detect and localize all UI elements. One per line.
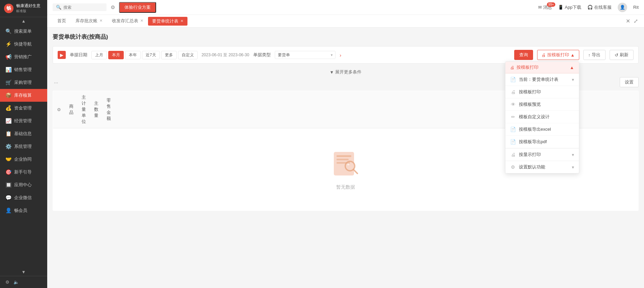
th-unit: 主计量单位 — [78, 91, 90, 128]
sidebar-item-basic[interactable]: 📋 基础信息 — [0, 127, 47, 140]
marketing-icon: 📢 — [5, 54, 11, 60]
sidebar-scroll-up[interactable]: ▲ — [0, 17, 47, 25]
settings-button[interactable]: 设置 — [620, 77, 639, 87]
sidebar-item-system[interactable]: ⚙️ 系统管理 — [0, 140, 47, 153]
tab-maximize-btn[interactable]: ⤢ — [633, 17, 639, 25]
print-template-btn[interactable]: 🖨 按模板打印 ▲ — [537, 50, 579, 60]
sidebar-item-sales[interactable]: 📊 销售管理 — [0, 63, 47, 76]
sidebar-settings-icon[interactable]: ⚙ — [5, 280, 9, 285]
set-default-icon: ⚙ — [510, 164, 516, 170]
print-template-preview[interactable]: 👁 按模板预览 — [505, 98, 579, 111]
service-icon: 🎧 — [587, 5, 593, 10]
filter-expand-btn[interactable]: ▶ — [58, 51, 66, 59]
sidebar-nav: 🔍 搜索菜单 ⚡ 快捷导航 📢 营销推广 📊 销售管理 🛒 采购管理 📦 库存核… — [0, 25, 47, 268]
sidebar-item-coop[interactable]: 🤝 企业协同 — [0, 153, 47, 166]
online-service-btn[interactable]: 🎧 在线客服 — [587, 4, 612, 10]
export-button[interactable]: ↑ 导出 — [583, 50, 606, 60]
print-display-print[interactable]: 🖨 按显示打印 ▾ — [505, 148, 579, 161]
sidebar-item-shortcut[interactable]: ⚡ 快捷导航 — [0, 38, 47, 51]
th-quantity: 主数量 — [90, 91, 103, 128]
guide-icon: 🎯 — [5, 169, 11, 175]
filter-right-arrow: › — [340, 52, 341, 58]
search-box: 🔍 — [53, 3, 107, 11]
print-set-default[interactable]: ⚙ 设置默认功能 ▾ — [505, 161, 579, 173]
basic-icon: 📋 — [5, 131, 11, 137]
sidebar-scroll-down[interactable]: ▼ — [0, 268, 47, 276]
print-template-print[interactable]: 🖨 按模板打印 — [505, 86, 579, 98]
tabs-bar: 首页 库存批次账 ✕ 收发存汇总表 ✕ 要货单统计表 ✕ ✕ ⤢ — [47, 15, 644, 28]
tab-receivable-summary[interactable]: 收发存汇总表 ✕ — [107, 15, 148, 27]
messages-btn[interactable]: ✉ 消息 99+ — [538, 4, 552, 10]
sidebar-item-wechat[interactable]: 💬 企业微信 — [0, 191, 47, 204]
print-template-excel[interactable]: 📄 按模板导出excel — [505, 123, 579, 136]
more-options-btn[interactable]: ··· — [53, 78, 60, 87]
refresh-icon: ↺ — [615, 53, 618, 58]
table-settings-icon[interactable]: ⚙ — [57, 107, 61, 112]
print-template-pdf[interactable]: 📄 按模板导出pdf — [505, 136, 579, 148]
period-custom[interactable]: 自定义 — [178, 51, 198, 59]
sidebar-item-marketing[interactable]: 📢 营销推广 — [0, 51, 47, 63]
template-print-icon: 🖨 — [510, 89, 516, 95]
username-label: Rit — [633, 5, 639, 10]
trial-button[interactable]: 体验行业方案 — [119, 2, 156, 13]
page-title: 要货单统计表(按商品) — [53, 33, 639, 41]
svg-rect-1 — [336, 155, 351, 157]
refresh-button[interactable]: ↺ 刷新 — [610, 50, 634, 60]
avatar[interactable]: 👤 — [618, 3, 627, 12]
sales-icon: 📊 — [5, 67, 11, 73]
sidebar-item-member[interactable]: 👤 畅会员 — [0, 204, 47, 217]
operation-icon: 📈 — [5, 118, 11, 124]
period-7days[interactable]: 近7天 — [142, 51, 160, 59]
type-select[interactable]: 要货单 — [275, 51, 335, 59]
print-chevron-up-icon: ▲ — [570, 53, 575, 58]
sidebar-footer: ⚙ 🔈 — [0, 276, 47, 288]
period-current-year[interactable]: 本年 — [125, 51, 141, 59]
tab-order-stats[interactable]: 要货单统计表 ✕ — [148, 17, 187, 26]
type-label: 单据类型 — [253, 52, 271, 58]
message-icon: ✉ — [538, 5, 542, 10]
member-icon: 👤 — [5, 207, 11, 214]
filter-bar: ▶ 单据日期 上月 本月 本年 近7天 更多 自定义 2023-06-01 至 … — [53, 46, 639, 64]
sidebar-item-inventory[interactable]: 📦 库存核算 — [0, 89, 47, 102]
template-preview-icon: 👁 — [510, 102, 516, 107]
sidebar-item-guide[interactable]: 🎯 新手引导 — [0, 166, 47, 179]
template-excel-icon: 📄 — [510, 127, 516, 132]
sidebar-item-finance[interactable]: 💰 资金管理 — [0, 102, 47, 115]
tab-inventory-batch[interactable]: 库存批次账 ✕ — [71, 15, 107, 27]
th-amount: 零售金额 — [103, 91, 115, 128]
sidebar-item-purchase[interactable]: 🛒 采购管理 — [0, 76, 47, 89]
period-current-month[interactable]: 本月 — [108, 51, 124, 59]
query-button[interactable]: 查询 — [514, 50, 533, 60]
search-input[interactable] — [63, 5, 103, 10]
sidebar-item-search[interactable]: 🔍 搜索菜单 — [0, 25, 47, 38]
export-icon: ↑ — [588, 53, 591, 58]
print-header-icon: 🖨 — [510, 65, 515, 70]
logo-icon: 畅 — [4, 4, 13, 13]
print-dropdown-header: 🖨 按模板打印 ▲ — [505, 62, 579, 73]
period-prev-month[interactable]: 上月 — [91, 51, 107, 59]
period-more[interactable]: 更多 — [161, 51, 177, 59]
print-current-template[interactable]: 📄 当前：要货单统计表 ▾ — [505, 73, 579, 86]
gear-icon[interactable]: ⚙ — [111, 4, 115, 10]
topbar-search-icon: 🔍 — [56, 5, 61, 10]
tab-close-inventory-batch[interactable]: ✕ — [99, 19, 103, 23]
topbar-right: ✉ 消息 99+ 📱 App下载 🎧 在线客服 👤 Rit — [538, 3, 639, 12]
sidebar-audio-icon[interactable]: 🔈 — [13, 280, 19, 285]
th-goods: 商品 — [65, 91, 78, 128]
print-template-design[interactable]: ✏ 模板自定义设计 — [505, 111, 579, 123]
print-dropdown-close-chevron[interactable]: ▲ — [570, 65, 574, 70]
tab-home[interactable]: 首页 — [53, 15, 71, 27]
empty-icon — [327, 149, 364, 179]
svg-rect-2 — [336, 159, 349, 160]
app-download-btn[interactable]: 📱 App下载 — [558, 4, 581, 10]
tab-close-btn[interactable]: ✕ — [625, 17, 631, 25]
tab-close-receivable-summary[interactable]: ✕ — [140, 19, 143, 23]
sidebar-item-operation[interactable]: 📈 经营管理 — [0, 115, 47, 127]
search-icon: 🔍 — [5, 28, 11, 34]
tabs-right-controls: ✕ ⤢ — [625, 17, 639, 25]
template-pdf-icon: 📄 — [510, 139, 516, 145]
th-settings: ⚙ — [53, 91, 65, 128]
tab-close-order-stats[interactable]: ✕ — [180, 19, 183, 23]
shortcut-icon: ⚡ — [5, 41, 11, 47]
sidebar-item-apps[interactable]: 🔲 应用中心 — [0, 179, 47, 191]
